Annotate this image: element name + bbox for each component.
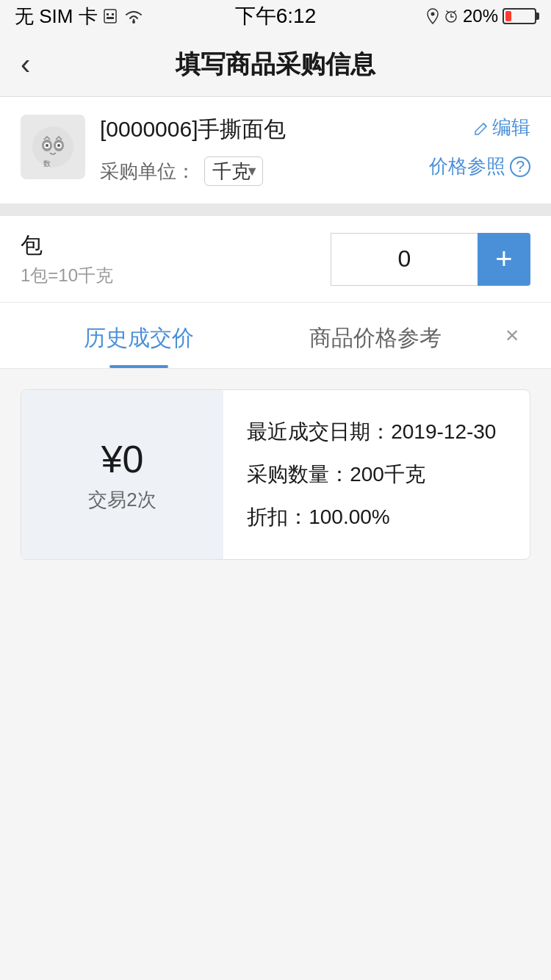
price-card: ¥0 交易2次 最近成交日期：2019-12-30 采购数量：200千克 折扣：… bbox=[21, 389, 530, 560]
svg-point-5 bbox=[431, 12, 434, 16]
svg-point-17 bbox=[57, 144, 60, 147]
svg-rect-3 bbox=[107, 17, 114, 19]
nav-bar: ‹ 填写商品采购信息 bbox=[0, 32, 551, 97]
battery-percent: 20% bbox=[463, 6, 498, 26]
price-detail-row-discount: 折扣：100.00% bbox=[247, 502, 506, 533]
svg-line-10 bbox=[453, 11, 455, 12]
gray-divider bbox=[0, 204, 551, 216]
location-icon bbox=[426, 8, 439, 24]
svg-point-11 bbox=[32, 126, 73, 167]
quantity-plus-button[interactable]: + bbox=[478, 233, 530, 286]
unit-label: 采购单位： bbox=[100, 159, 195, 184]
carrier-label: 无 SIM 卡 bbox=[15, 4, 98, 29]
quantity-row: 包 1包=10千克 + bbox=[0, 216, 551, 303]
alarm-icon bbox=[444, 9, 458, 24]
back-button[interactable]: ‹ bbox=[21, 48, 30, 81]
status-left: 无 SIM 卡 bbox=[15, 4, 145, 29]
product-left: 数 [0000006]手撕面包 采购单位： 千克 包 bbox=[21, 115, 286, 186]
product-logo: 数 bbox=[31, 125, 75, 169]
svg-rect-2 bbox=[112, 13, 114, 15]
price-card-left: ¥0 交易2次 bbox=[21, 390, 223, 559]
svg-rect-1 bbox=[107, 13, 109, 15]
price-amount: ¥0 bbox=[101, 437, 144, 481]
price-detail-row-qty: 采购数量：200千克 bbox=[247, 459, 506, 490]
battery-fill bbox=[505, 11, 511, 21]
unit-select[interactable]: 千克 包 bbox=[204, 156, 263, 186]
main-content bbox=[0, 580, 551, 980]
price-detail-row-date: 最近成交日期：2019-12-30 bbox=[247, 417, 506, 447]
edit-button[interactable]: 编辑 bbox=[473, 115, 530, 140]
product-image: 数 bbox=[21, 115, 85, 179]
sim-icon bbox=[104, 9, 117, 24]
tabs-close-button[interactable]: × bbox=[494, 317, 530, 354]
product-unit-row: 采购单位： 千克 包 bbox=[100, 156, 286, 186]
price-card-wrapper: ¥0 交易2次 最近成交日期：2019-12-30 采购数量：200千克 折扣：… bbox=[0, 369, 551, 580]
price-card-right: 最近成交日期：2019-12-30 采购数量：200千克 折扣：100.00% bbox=[223, 390, 530, 559]
svg-rect-0 bbox=[104, 10, 116, 23]
svg-point-4 bbox=[132, 21, 135, 24]
price-ref-help-icon: ? bbox=[510, 156, 530, 177]
page-title: 填写商品采购信息 bbox=[176, 48, 375, 82]
svg-line-19 bbox=[483, 123, 486, 126]
status-time: 下午6:12 bbox=[235, 2, 317, 30]
price-ref-button[interactable]: 价格参照 ? bbox=[429, 154, 530, 179]
battery-icon bbox=[503, 8, 536, 24]
quantity-input-group: + bbox=[331, 233, 530, 286]
quantity-conversion: 1包=10千克 bbox=[21, 264, 113, 287]
svg-text:数: 数 bbox=[43, 159, 51, 167]
unit-select-wrapper[interactable]: 千克 包 bbox=[204, 156, 263, 186]
wifi-icon bbox=[123, 8, 145, 24]
tabs-header: 历史成交价 商品价格参考 × bbox=[0, 303, 551, 368]
svg-line-9 bbox=[447, 11, 449, 12]
status-right: 20% bbox=[426, 6, 536, 26]
tabs-container: 历史成交价 商品价格参考 × bbox=[0, 303, 551, 369]
product-info: [0000006]手撕面包 采购单位： 千克 包 bbox=[100, 115, 286, 186]
edit-icon bbox=[473, 120, 489, 136]
tab-product-price-ref[interactable]: 商品价格参考 bbox=[257, 303, 494, 368]
product-header: 数 [0000006]手撕面包 采购单位： 千克 包 bbox=[21, 115, 530, 186]
price-trades: 交易2次 bbox=[88, 487, 156, 513]
quantity-label: 包 1包=10千克 bbox=[21, 231, 113, 287]
svg-point-16 bbox=[46, 144, 48, 147]
product-name: [0000006]手撕面包 bbox=[100, 115, 286, 145]
status-bar: 无 SIM 卡 下午6:12 20% bbox=[0, 0, 551, 32]
product-card: 数 [0000006]手撕面包 采购单位： 千克 包 bbox=[0, 97, 551, 204]
quantity-unit: 包 bbox=[21, 231, 113, 261]
tab-history-price[interactable]: 历史成交价 bbox=[21, 303, 257, 368]
quantity-input[interactable] bbox=[331, 233, 478, 286]
